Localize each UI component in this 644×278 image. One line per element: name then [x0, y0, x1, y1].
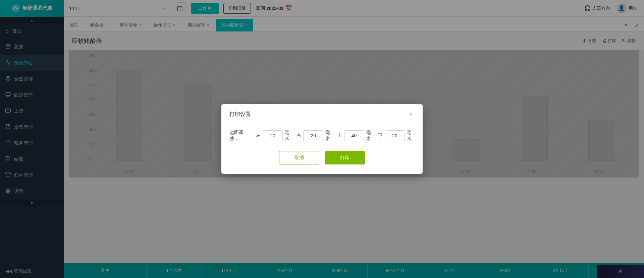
cancel-button[interactable]: 取消 — [279, 151, 319, 164]
top-unit: 毫米 — [366, 130, 374, 142]
margin-top-group: 上 毫米 — [337, 130, 374, 142]
modal-overlay[interactable]: 打印设置 × 边距调整： 左 毫米 右 毫米 上 毫米 — [0, 0, 644, 278]
bottom-unit: 毫米 — [407, 130, 415, 142]
modal-close-button[interactable]: × — [407, 110, 415, 118]
bottom-margin-input[interactable] — [385, 130, 405, 141]
right-unit: 毫米 — [325, 130, 333, 142]
bottom-label: 下 — [378, 133, 383, 139]
margin-right-group: 右 毫米 — [297, 130, 333, 142]
top-margin-input[interactable] — [344, 130, 364, 141]
margin-adjustment-label: 边距调整： — [229, 130, 252, 142]
modal-body: 边距调整： 左 毫米 右 毫米 上 毫米 下 — [221, 123, 423, 151]
modal-footer: 取消 打印 — [221, 151, 423, 174]
modal-header: 打印设置 × — [221, 104, 423, 123]
left-margin-input[interactable] — [263, 130, 283, 141]
margin-left-group: 左 毫米 — [256, 130, 292, 142]
confirm-print-button[interactable]: 打印 — [325, 151, 365, 164]
margin-row: 边距调整： 左 毫米 右 毫米 上 毫米 下 — [229, 130, 415, 142]
left-unit: 毫米 — [285, 130, 292, 142]
margin-bottom-group: 下 毫米 — [378, 130, 415, 142]
print-settings-dialog: 打印设置 × 边距调整： 左 毫米 右 毫米 上 毫米 — [221, 104, 423, 174]
left-label: 左 — [256, 133, 261, 139]
top-label: 上 — [337, 133, 342, 139]
right-label: 右 — [297, 133, 301, 139]
modal-title: 打印设置 — [229, 111, 251, 118]
right-margin-input[interactable] — [303, 130, 323, 141]
